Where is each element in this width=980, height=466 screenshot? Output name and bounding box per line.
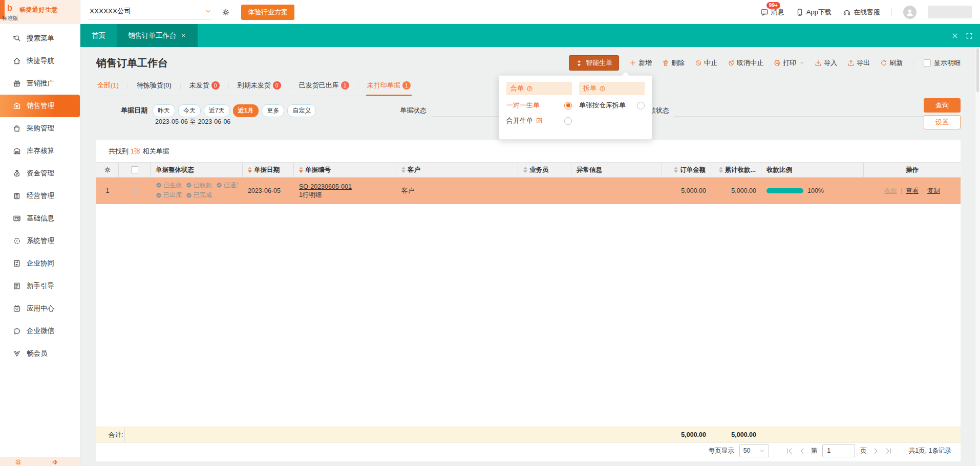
popup-option-合并生单[interactable]: 合并生单: [506, 116, 572, 126]
sidebar-item-快捷导航[interactable]: 快捷导航: [0, 50, 80, 72]
column-header-异常信息[interactable]: 异常信息: [571, 163, 662, 177]
first-page-icon[interactable]: [785, 447, 793, 455]
sidebar-item-畅会员[interactable]: 畅会员: [0, 342, 80, 365]
sidebar-item-新手引导[interactable]: 新手引导: [0, 275, 80, 297]
column-header-单据编号[interactable]: 单据编号: [294, 163, 396, 177]
status-tab-全部(1)[interactable]: 全部(1): [96, 81, 120, 96]
status-tab-到期未发货[interactable]: 到期未发货0: [237, 81, 282, 96]
gear-icon[interactable]: [222, 8, 230, 16]
show-detail-toggle[interactable]: 显示明细: [924, 58, 961, 68]
payment-status-input[interactable]: [674, 104, 940, 117]
fullscreen-icon[interactable]: [966, 32, 973, 39]
sidebar-item-基础信息[interactable]: 基础信息: [0, 207, 80, 230]
avatar[interactable]: [903, 6, 917, 19]
date-pill-更多[interactable]: 更多: [262, 104, 284, 117]
page-number-input[interactable]: 1: [822, 444, 855, 457]
sidebar-item-企业协同[interactable]: 企业协同: [0, 252, 80, 275]
toolbar-button-label: 打印: [783, 58, 796, 68]
date-pill-今天[interactable]: 今天: [178, 104, 201, 117]
app-download-button[interactable]: App下载: [796, 8, 832, 17]
gear-icon[interactable]: [104, 166, 111, 173]
radio-一对一生单[interactable]: [564, 102, 572, 109]
order-number-link[interactable]: SO-20230605-001: [299, 183, 391, 191]
sidebar-item-系统管理[interactable]: 系统管理: [0, 230, 80, 252]
toolbar-button-新增[interactable]: 新增: [629, 58, 652, 68]
window-tab-销售订单工作台[interactable]: 销售订单工作台: [117, 24, 198, 47]
messages-button[interactable]: 99+ 消息: [760, 8, 784, 17]
toolbar-button-取消中止[interactable]: 取消中止: [728, 58, 763, 68]
online-support-button[interactable]: 在线客服: [843, 8, 880, 17]
row-action-收款[interactable]: 收款: [884, 187, 897, 195]
column-header-客户[interactable]: 客户: [396, 163, 518, 177]
column-header-操作[interactable]: 操作: [864, 163, 961, 177]
status-badge-已收款: 已收款: [186, 181, 212, 190]
sidebar-item-库存核算[interactable]: 库存核算: [0, 140, 80, 162]
sidebar-item-资金管理[interactable]: 资金管理: [0, 162, 80, 185]
toolbar-button-打印[interactable]: 打印: [774, 58, 804, 68]
toolbar-button-导入[interactable]: 导入: [815, 58, 837, 68]
close-icon[interactable]: [951, 32, 958, 39]
status-tab-待拣验货(0)[interactable]: 待拣验货(0): [136, 81, 173, 96]
next-page-icon[interactable]: [872, 447, 880, 455]
sidebar-item-经营管理[interactable]: 经营管理: [0, 185, 80, 207]
help-icon[interactable]: [526, 85, 533, 92]
toolbar-button-中止[interactable]: 中止: [695, 58, 717, 68]
sidebar-item-应用中心[interactable]: 应用中心: [0, 297, 80, 320]
sidebar-item-企业微信[interactable]: 企业微信: [0, 320, 80, 342]
edit-icon[interactable]: [536, 117, 543, 124]
status-tab-已发货已出库[interactable]: 已发货已出库1: [298, 81, 350, 96]
status-tab-未发货[interactable]: 未发货0: [188, 81, 221, 96]
settings-button[interactable]: 设置: [924, 115, 961, 129]
sort-control[interactable]: [401, 167, 406, 173]
company-select[interactable]: XXXXXX公司: [89, 5, 212, 19]
sidebar-item-营销推广[interactable]: 营销推广: [0, 72, 80, 95]
column-header-收款比例[interactable]: 收款比例: [761, 163, 864, 177]
popup-option-单张按仓库拆单[interactable]: 单张按仓库拆单: [579, 100, 645, 110]
row-action-查看[interactable]: 查看: [906, 187, 919, 195]
select-all-checkbox[interactable]: [131, 166, 138, 173]
column-header-单据整体状态[interactable]: 单据整体状态: [151, 163, 243, 177]
row-action-复制[interactable]: 复制: [927, 187, 940, 195]
popup-option-一对一生单[interactable]: 一对一生单: [506, 100, 572, 110]
sort-control[interactable]: [719, 167, 723, 173]
toolbar-button-删除[interactable]: 删除: [662, 58, 685, 68]
prev-page-icon[interactable]: [798, 447, 806, 455]
last-page-icon[interactable]: [885, 447, 892, 455]
toolbar-button-刷新[interactable]: 刷新: [880, 58, 903, 68]
sort-control[interactable]: [523, 167, 527, 173]
per-page-select[interactable]: 50: [739, 444, 769, 457]
table-row[interactable]: 1已生效已收款已通知已出库已完成2023-06-05SO-20230605-00…: [96, 177, 961, 204]
window-tab-首页[interactable]: 首页: [80, 24, 117, 47]
sort-control[interactable]: [248, 167, 252, 173]
column-header-业务员[interactable]: 业务员: [518, 163, 571, 177]
close-icon[interactable]: [181, 33, 186, 38]
date-pill-昨天[interactable]: 昨天: [153, 104, 175, 117]
sort-control[interactable]: [299, 167, 303, 173]
column-header-累计收款...[interactable]: 累计收款...: [711, 163, 761, 177]
industry-solution-button[interactable]: 体验行业方案: [241, 5, 294, 20]
smart-generate-button[interactable]: 智能生单: [569, 55, 619, 71]
query-button[interactable]: 查询: [924, 98, 961, 113]
column-header-单据日期[interactable]: 单据日期: [243, 163, 294, 177]
date-pill-自定义[interactable]: 自定义: [287, 104, 316, 117]
sort-control[interactable]: [674, 167, 678, 173]
date-pill-近7天[interactable]: 近7天: [204, 104, 230, 117]
show-detail-checkbox[interactable]: [924, 59, 931, 66]
radio-单张按仓库拆单[interactable]: [637, 102, 645, 109]
help-icon[interactable]: [599, 85, 606, 92]
column-header-订单金额[interactable]: 订单金额: [662, 163, 711, 177]
sidebar-item-采购管理[interactable]: 采购管理: [0, 117, 80, 140]
date-pill-近1月[interactable]: 近1月: [233, 104, 259, 117]
sidebar-item-搜索菜单[interactable]: 搜索菜单: [0, 27, 80, 50]
row-checkbox[interactable]: [134, 187, 135, 194]
trash-icon: [662, 59, 669, 66]
status-tab-未打印单据[interactable]: 未打印单据1: [366, 81, 412, 96]
speaker-icon[interactable]: [52, 458, 59, 466]
scrollbar-thumb[interactable]: [976, 48, 979, 92]
gear-icon[interactable]: [14, 458, 22, 466]
radio-合并生单[interactable]: [564, 117, 572, 125]
column-settings-header[interactable]: [96, 163, 119, 177]
sidebar-item-销售管理[interactable]: 销售管理: [0, 95, 80, 117]
toolbar-button-导出[interactable]: 导出: [847, 58, 870, 68]
scrollbar-track[interactable]: [975, 47, 980, 466]
